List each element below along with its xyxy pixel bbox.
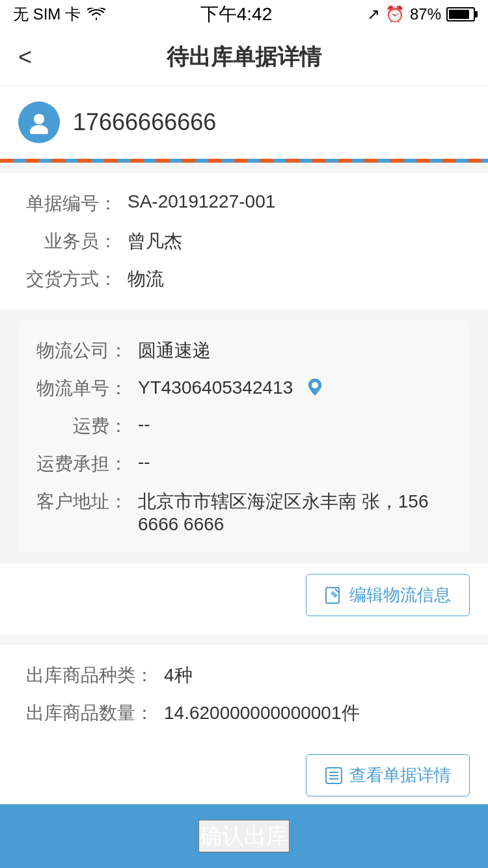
svg-point-4 — [312, 382, 318, 388]
freight-bearer-row: 运费承担： -- — [36, 452, 452, 476]
map-pin-icon[interactable] — [303, 376, 327, 400]
logistics-company-row: 物流公司： 圆通速递 — [36, 338, 452, 363]
alarm-icon: ⏰ — [385, 5, 405, 23]
delivery-method-row: 交货方式： 物流 — [26, 267, 462, 292]
address-row: 客户地址： 北京市市辖区海淀区永丰南 张，156 6666 6666 — [36, 489, 452, 535]
logistics-card: 物流公司： 圆通速递 物流单号： YT4306405342413 运费： -- … — [18, 320, 470, 553]
svg-point-1 — [30, 125, 48, 134]
edit-icon — [325, 586, 343, 604]
goods-type-label: 出库商品种类： — [26, 663, 154, 688]
carrier-text: 无 SIM 卡 — [13, 4, 81, 25]
svg-point-0 — [34, 114, 44, 124]
edit-logistics-label: 编辑物流信息 — [349, 584, 451, 606]
doc-number-label: 单据编号： — [26, 191, 117, 216]
confirm-btn-wrap: 确认出库 — [0, 804, 488, 868]
view-details-label: 查看单据详情 — [349, 764, 451, 787]
page-title: 待出库单据详情 — [167, 42, 321, 72]
avatar — [18, 102, 60, 143]
tracking-number-label: 物流单号： — [36, 376, 128, 401]
section-separator-1 — [0, 634, 488, 645]
logistics-company-value: 圆通速递 — [138, 338, 452, 363]
view-details-button[interactable]: 查看单据详情 — [306, 754, 470, 796]
goods-type-value: 4种 — [164, 663, 462, 688]
freight-row: 运费： -- — [36, 414, 452, 439]
battery-icon — [446, 7, 475, 21]
sales-person-label: 业务员： — [26, 229, 117, 254]
location-status-icon: ↗ — [367, 5, 380, 23]
tracking-number-text: YT4306405342413 — [138, 377, 293, 398]
delivery-method-label: 交货方式： — [26, 267, 117, 292]
logistics-company-label: 物流公司： — [36, 338, 128, 363]
dashed-divider — [0, 159, 488, 163]
status-time: 下午4:42 — [200, 2, 273, 27]
freight-bearer-value: -- — [138, 452, 452, 472]
goods-quantity-value: 14.620000000000001件 — [164, 701, 462, 726]
edit-btn-wrap: 编辑物流信息 — [0, 563, 488, 634]
order-info-section: 单据编号： SA-20191227-001 业务员： 曾凡杰 交货方式： 物流 — [0, 173, 488, 310]
status-bar: 无 SIM 卡 下午4:42 ↗ ⏰ 87% — [0, 0, 488, 29]
status-left: 无 SIM 卡 — [13, 4, 105, 25]
goods-quantity-label: 出库商品数量： — [26, 701, 154, 726]
address-value: 北京市市辖区海淀区永丰南 张，156 6666 6666 — [138, 489, 452, 535]
doc-number-value: SA-20191227-001 — [128, 191, 462, 212]
user-phone: 17666666666 — [73, 109, 216, 136]
tracking-number-value: YT4306405342413 — [138, 376, 452, 400]
sales-person-value: 曾凡杰 — [128, 229, 462, 254]
edit-logistics-button[interactable]: 编辑物流信息 — [306, 574, 470, 616]
freight-bearer-label: 运费承担： — [36, 452, 128, 476]
nav-bar: < 待出库单据详情 — [0, 29, 488, 86]
address-label: 客户地址： — [36, 489, 128, 514]
goods-quantity-row: 出库商品数量： 14.620000000000001件 — [26, 701, 462, 726]
goods-section: 出库商品种类： 4种 出库商品数量： 14.620000000000001件 — [0, 645, 488, 744]
freight-value: -- — [138, 414, 452, 435]
status-right: ↗ ⏰ 87% — [367, 5, 475, 23]
list-icon — [325, 766, 343, 785]
confirm-button[interactable]: 确认出库 — [198, 820, 290, 852]
user-header: 17666666666 — [0, 86, 488, 159]
goods-type-row: 出库商品种类： 4种 — [26, 663, 462, 688]
back-button[interactable]: < — [18, 44, 32, 71]
battery-percentage: 87% — [410, 5, 441, 23]
doc-number-row: 单据编号： SA-20191227-001 — [26, 191, 462, 216]
tracking-number-row: 物流单号： YT4306405342413 — [36, 376, 452, 401]
delivery-method-value: 物流 — [128, 267, 462, 292]
sales-person-row: 业务员： 曾凡杰 — [26, 229, 462, 254]
wifi-icon — [87, 8, 105, 21]
freight-label: 运费： — [36, 414, 128, 439]
user-avatar-icon — [27, 111, 51, 134]
